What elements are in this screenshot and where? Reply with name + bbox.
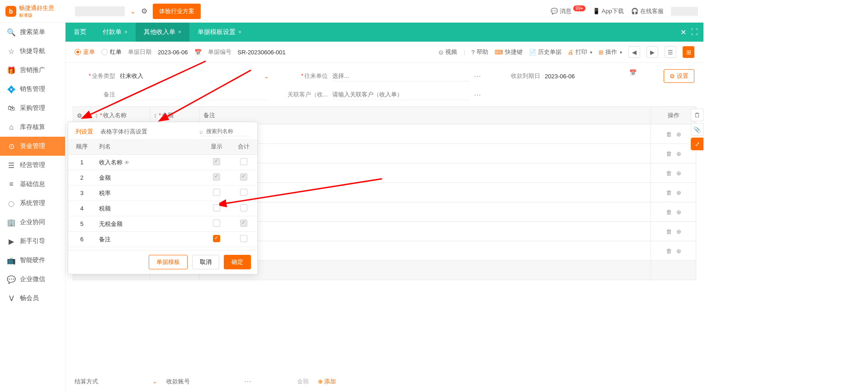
float-clip-icon[interactable]: 📎 (691, 123, 703, 136)
sidebar-item-label: 企业微信 (20, 275, 45, 283)
show-checkbox[interactable] (213, 158, 220, 165)
biz-type-value[interactable]: 往来收入 (120, 72, 259, 80)
tab[interactable]: 首页 (66, 23, 94, 42)
history-link[interactable]: 📄历史单据 (529, 48, 561, 56)
sidebar-item[interactable]: 🎁营销推广 (0, 61, 65, 80)
column-search-input[interactable] (205, 127, 250, 136)
gear-icon[interactable]: ⚙ (141, 7, 147, 15)
sidebar-item[interactable]: ⊙资金管理 (0, 137, 65, 156)
hotkey-link[interactable]: ⌨快捷键 (495, 48, 523, 56)
delete-icon[interactable]: 🗑 (666, 131, 672, 138)
customer-input[interactable] (332, 89, 469, 100)
col-remark[interactable]: 备注 (200, 107, 651, 124)
list-view-button[interactable]: ☰ (665, 46, 676, 58)
tab-close-icon[interactable]: × (238, 29, 241, 35)
more-icon[interactable]: ⋯ (474, 91, 481, 99)
radio-blue[interactable]: 蓝单 (75, 48, 95, 56)
help-icon: ? (472, 49, 475, 56)
calendar-icon[interactable]: 📅 (629, 69, 637, 83)
video-link[interactable]: ⊙视频 (439, 48, 457, 56)
copy-icon[interactable]: ⊕ (676, 228, 681, 235)
sidebar-item[interactable]: 🏢企业协同 (0, 213, 65, 232)
radio-red[interactable]: 红单 (101, 48, 122, 56)
tab-close-icon[interactable]: × (124, 29, 127, 35)
sidebar-item[interactable]: 📺智能硬件 (0, 251, 65, 270)
popover-tab-font[interactable]: 表格字体行高设置 (100, 128, 147, 136)
sidebar-item[interactable]: ▶新手引导 (0, 232, 65, 251)
copy-icon[interactable]: ⊕ (676, 150, 681, 157)
template-button[interactable]: 单据模板 (149, 255, 188, 269)
avatar[interactable] (671, 7, 698, 16)
sidebar-item[interactable]: 💠销售管理 (0, 80, 65, 99)
column-settings-row: 4税额 (68, 201, 257, 216)
sidebar-item[interactable]: 🔍搜索菜单 (0, 23, 65, 42)
ok-button[interactable]: 确定 (224, 255, 251, 269)
close-icon[interactable]: ✕ (680, 28, 686, 37)
delete-icon[interactable]: 🗑 (666, 209, 672, 215)
sidebar-item[interactable]: ☰经营管理 (0, 156, 65, 175)
delete-icon[interactable]: 🗑 (666, 228, 672, 235)
help-link[interactable]: ?帮助 (472, 48, 488, 56)
copy-icon[interactable]: ⊕ (676, 131, 681, 138)
expand-icon[interactable]: ⛶ (691, 28, 698, 37)
messages-link[interactable]: 💬 消息 99+ (551, 7, 585, 15)
sidebar-item[interactable]: Ⅴ畅会员 (0, 289, 65, 308)
show-checkbox[interactable] (213, 220, 220, 227)
sum-checkbox[interactable] (240, 220, 247, 227)
popover-tab-columns[interactable]: 列设置 (75, 128, 93, 136)
sidebar-item[interactable]: 🛍采购管理 (0, 99, 65, 118)
delete-icon[interactable]: 🗑 (666, 248, 672, 254)
app-download-link[interactable]: 📱 App下载 (593, 7, 624, 15)
sidebar-item[interactable]: ☆快捷导航 (0, 42, 65, 61)
sidebar-item[interactable]: ≡基础信息 (0, 175, 65, 194)
chevron-down-icon[interactable]: ⌄ (152, 378, 157, 385)
due-date-value[interactable]: 2023-06-06 (545, 73, 575, 80)
delete-icon[interactable]: 🗑 (666, 170, 672, 177)
copy-icon[interactable]: ⊕ (676, 170, 681, 177)
tab-close-icon[interactable]: × (178, 29, 181, 35)
show-checkbox[interactable] (213, 173, 220, 181)
prev-button[interactable]: ◀ (628, 46, 640, 58)
message-icon: 💬 (551, 8, 558, 14)
sidebar-item-label: 营销推广 (20, 66, 45, 74)
sum-checkbox[interactable] (240, 235, 247, 242)
try-solution-button[interactable]: 体验行业方案 (153, 4, 201, 19)
float-expand-icon[interactable]: ⤢ (691, 138, 703, 150)
delete-icon[interactable]: 🗑 (666, 150, 672, 157)
chevron-down-icon[interactable]: ⌄ (264, 73, 269, 80)
calendar-icon[interactable]: 📅 (194, 49, 202, 56)
add-button[interactable]: ⊕添加 (318, 378, 336, 386)
show-checkbox[interactable] (213, 189, 220, 196)
show-checkbox[interactable] (213, 235, 220, 242)
more-icon[interactable]: ⋯ (244, 377, 252, 386)
next-button[interactable]: ▶ (646, 46, 658, 58)
org-caret-icon[interactable]: ⌄ (130, 8, 136, 15)
grid-view-button[interactable]: ⊞ (683, 46, 694, 58)
sidebar-item[interactable]: 💬企业微信 (0, 270, 65, 289)
copy-icon[interactable]: ⊕ (676, 189, 681, 196)
sidebar-item[interactable]: ◌系统管理 (0, 194, 65, 213)
copy-icon[interactable]: ⊕ (676, 248, 681, 254)
print-link[interactable]: 🖨打印▾ (568, 48, 592, 56)
more-icon[interactable]: ⋯ (474, 72, 481, 81)
remark-input[interactable] (120, 89, 269, 100)
sum-checkbox[interactable] (240, 189, 247, 196)
delete-icon[interactable]: 🗑 (666, 189, 672, 196)
online-service-link[interactable]: 🎧 在线客服 (631, 7, 664, 15)
tab[interactable]: 付款单× (94, 23, 136, 42)
cancel-button[interactable]: 取消 (192, 255, 219, 269)
show-checkbox[interactable] (213, 204, 220, 211)
sum-checkbox[interactable] (240, 158, 247, 165)
copy-icon[interactable]: ⊕ (676, 209, 681, 215)
unit-input[interactable] (332, 71, 469, 81)
org-selector[interactable] (75, 6, 125, 16)
sum-checkbox[interactable] (240, 204, 247, 211)
sum-checkbox[interactable] (240, 173, 247, 181)
date-value[interactable]: 2023-06-06 (158, 49, 188, 56)
settings-button[interactable]: ⚙设置 (664, 69, 694, 83)
sidebar-item[interactable]: ⌂库存核算 (0, 118, 65, 137)
ops-link[interactable]: ⊞操作▾ (599, 48, 622, 56)
tab[interactable]: 其他收入单× (136, 23, 189, 42)
tab[interactable]: 单据模板设置× (189, 23, 250, 42)
float-note-icon[interactable]: 🗒 (691, 109, 703, 121)
